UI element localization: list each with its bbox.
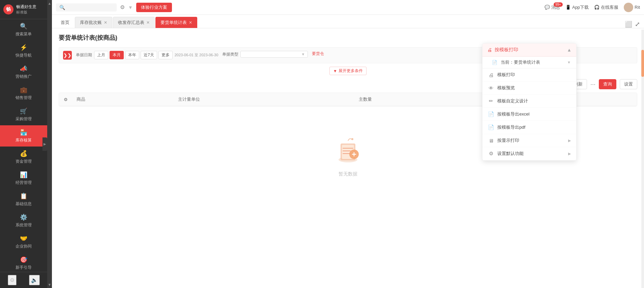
display-icon: 🖥 [488,138,494,143]
type-select[interactable]: ▼ [240,51,308,58]
tab-batch-close[interactable]: ✕ [104,20,107,25]
chart-icon: 📊 [20,171,27,179]
date-btn-more[interactable]: 更多 [158,51,173,59]
page-title: 要货单统计表(按商品) [59,34,637,42]
sidebar-scroll: 🔍 搜索菜单 ⚡ 快捷导航 📣 营销推广 💼 销售管理 🛒 采购管理 🏪 库存核… [0,19,47,272]
user-avatar[interactable]: Rit [624,3,640,12]
col-product: 商品 [72,93,174,106]
sidebar-item-operation[interactable]: 📊 经营管理 [0,168,47,189]
sidebar-volume-btn[interactable]: 🔈 [29,275,40,285]
print-dropdown: 🖨 按模板打印 ▲ 📄 当前：要货单统计表 ▼ 🖨 模板打印 [482,43,577,161]
date-options-group: 上月 本月 本年 近7天 更多 [94,51,173,59]
collab-icon: 🤝 [20,235,27,242]
flash-icon: ⚡ [20,44,27,51]
sidebar-item-guide[interactable]: 🎯 新手引导 [0,253,47,272]
sidebar-item-sales[interactable]: 💼 销售管理 [0,83,47,104]
date-filter-label: 单据日期 [76,52,92,58]
avatar [624,3,633,12]
print-dropdown-controls: ▲ [567,47,572,53]
expand-icon: ▼ [333,69,337,73]
sidebar-item-finance[interactable]: 💰 资金管理 [0,147,47,168]
sidebar-item-basic[interactable]: 📋 基础信息 [0,189,47,210]
cart-icon: 🛒 [20,107,27,115]
gear-icon: ⚙️ [20,214,27,221]
sidebar-collapse-btn[interactable]: ▶ [42,137,47,151]
sidebar-item-marketing[interactable]: 📣 营销推广 [0,62,47,83]
print-menu-template-design[interactable]: ✏ 模板自定义设计 [482,95,576,108]
cargo-filter-label: 要货仓 [312,51,324,57]
date-btn-current-year[interactable]: 本年 [125,51,139,59]
print-dropdown-title: 🖨 按模板打印 [487,47,518,53]
sidebar-item-collab[interactable]: 🤝 企业协同 [0,231,47,253]
expand-more-btn[interactable]: ▼ 展开更多条件 [329,67,367,75]
app-logo-icon: 畅 [3,4,13,14]
pdf-icon: 📄 [488,124,494,130]
tab-home[interactable]: 首页 [56,17,74,28]
guide-icon: 🎯 [20,256,27,263]
settings-icon[interactable]: ⚙ [120,4,125,10]
message-btn[interactable]: 💬 消息 99+ [545,4,560,10]
date-btn-7days[interactable]: 近7天 [141,51,157,59]
date-btn-prev-month[interactable]: 上月 [94,51,108,59]
scrollbar-thumb[interactable] [641,50,644,77]
tab-maximize-btn[interactable]: ⬜ [625,21,632,28]
inventory-icon: 🏪 [20,129,27,136]
sidebar-item-search[interactable]: 🔍 搜索菜单 [0,19,47,40]
sidebar-item-system[interactable]: ⚙️ 系统管理 [0,210,47,231]
print-menu-template-preview[interactable]: 👁 模板预览 [482,82,576,95]
scroll-down-btn[interactable]: ▼ [48,283,52,287]
sidebar-item-inventory[interactable]: 🏪 库存核算 [0,125,47,147]
main-area: 🔍 ⚙ ▼ 体验行业方案 💬 消息 99+ 📱 App下载 🎧 在线客服 Rit [52,0,644,288]
print-menu-display-print[interactable]: 🖥 按显示打印 ▶ [482,134,576,147]
print-current-template[interactable]: 📄 当前：要货单统计表 ▼ [482,57,576,68]
print-menu-set-default[interactable]: ⚙ 设置默认功能 ▶ [482,147,576,160]
sidebar-bottom: ⚙ 🔈 [0,272,47,288]
tab-expand-btn[interactable]: ⤢ [635,21,640,28]
settings-btn[interactable]: 设置 [620,79,637,89]
scroll-up-btn[interactable]: ▲ [48,1,52,5]
tab-collection[interactable]: 收发存汇总表 ✕ [113,17,155,28]
app-name: 畅通好生意 标准版 [16,4,36,15]
more-actions-btn[interactable]: ··· [590,81,595,88]
tab-order-stats[interactable]: 要货单统计表 ✕ [155,17,197,28]
finance-icon: 💰 [20,150,27,157]
up-arrow-icon[interactable]: ▲ [567,47,572,53]
topbar-search-box: 🔍 [56,3,117,11]
type-select-arrow: ▼ [301,52,305,56]
page: 要货单统计表(按商品) ❯❯ 单据日期 上月 本月 本年 近7天 更多 2023… [52,28,644,288]
print-menu-template-print[interactable]: 🖨 模板打印 [482,68,576,82]
type-filter-field: 单据类型 ▼ [222,51,308,58]
print-menu-template-excel[interactable]: 📄 按模板导出excel [482,108,576,121]
printer-icon-header: 🖨 [487,47,492,53]
online-service-btn[interactable]: 🎧 在线客服 [594,4,618,10]
message-icon: 💬 [545,5,550,10]
print-menu-template-pdf[interactable]: 📄 按模板导出pdf [482,121,576,134]
col-quantity: 主数量 [355,93,482,106]
current-icon: 📄 [492,60,497,65]
excel-icon: 📄 [488,111,494,117]
col-settings[interactable]: ⚙ [59,93,72,106]
date-btn-current-month[interactable]: 本月 [110,51,124,59]
tab-order-stats-close[interactable]: ✕ [189,20,192,25]
sidebar-logo: 畅 畅通好生意 标准版 [0,0,47,19]
sidebar-settings-btn[interactable]: ⚙ [8,275,17,285]
sidebar-item-purchase[interactable]: 🛒 采购管理 [0,104,47,125]
megaphone-icon: 📣 [20,65,27,72]
filter-expand-icon-btn[interactable]: ❯❯ [63,51,72,60]
app-download-btn[interactable]: 📱 App下载 [565,4,589,10]
trial-btn[interactable]: 体验行业方案 [136,3,172,12]
set-default-arrow: ▶ [568,152,571,156]
search-icon: 🔍 [20,23,27,30]
print-icon: 🖨 [488,72,494,78]
cargo-filter-field: 要货仓 [312,51,324,57]
display-print-arrow: ▶ [568,138,571,143]
search-input[interactable] [67,5,113,10]
query-btn[interactable]: 查询 [599,79,616,89]
sidebar-item-shortcut[interactable]: ⚡ 快捷导航 [0,40,47,62]
tab-collection-close[interactable]: ✕ [146,20,150,25]
tab-batch[interactable]: 库存批次账 ✕ [75,17,112,28]
tab-actions: ⬜ ⤢ [622,21,640,28]
empty-text: 暂无数据 [339,171,357,177]
dropdown-arrow[interactable]: ▼ [128,5,133,10]
sidebar: 畅 畅通好生意 标准版 ▶ 🔍 搜索菜单 ⚡ 快捷导航 📣 营销推广 💼 销售管… [0,0,47,288]
